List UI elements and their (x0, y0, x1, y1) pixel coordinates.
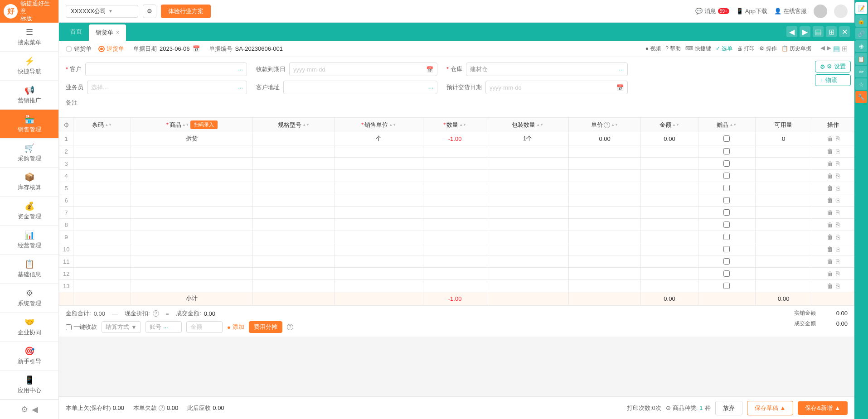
cell-qty-8[interactable] (423, 219, 487, 231)
gift-checkbox-13[interactable] (723, 283, 730, 289)
cell-gift-13[interactable] (698, 280, 755, 292)
qty-sort[interactable]: ▲▼ (459, 123, 466, 127)
copy-icon-10[interactable]: ⎘ (836, 246, 839, 253)
cell-price-8[interactable] (568, 219, 641, 231)
sidebar-item-库存核算[interactable]: 📦库存核算 (0, 168, 58, 197)
right-panel-add-icon[interactable]: ⊕ (855, 40, 867, 52)
cell-unit-8[interactable] (335, 219, 423, 231)
cell-unit-13[interactable] (335, 280, 423, 292)
cell-product-5[interactable] (131, 182, 253, 194)
gift-checkbox-10[interactable] (723, 246, 730, 252)
delete-icon-4[interactable]: 🗑 (827, 172, 833, 179)
cell-pkg-9[interactable] (487, 231, 568, 243)
cell-pkg-3[interactable] (487, 158, 568, 170)
cell-unit-11[interactable] (335, 255, 423, 268)
cell-qty-1[interactable]: -1.00 (423, 132, 487, 145)
sidebar-item-快捷导航[interactable]: ⚡快捷导航 (0, 52, 58, 81)
save-draft-button[interactable]: 保存草稿 ▲ (747, 401, 794, 415)
cell-qty-12[interactable] (423, 268, 487, 280)
delete-icon-3[interactable]: 🗑 (827, 160, 833, 167)
cell-spec-1[interactable] (253, 132, 335, 145)
cell-amount-7[interactable] (641, 207, 698, 219)
sidebar-item-搜索菜单[interactable]: ☰搜索菜单 (0, 23, 58, 52)
cell-unit-4[interactable] (335, 170, 423, 182)
copy-icon-6[interactable]: ⎘ (836, 197, 839, 204)
delete-icon-11[interactable]: 🗑 (827, 258, 833, 265)
cell-gift-4[interactable] (698, 170, 755, 182)
gift-checkbox-7[interactable] (723, 209, 730, 216)
cell-pkg-4[interactable] (487, 170, 568, 182)
fee-split-button[interactable]: 费用分摊 (249, 321, 282, 333)
cell-price-2[interactable] (568, 145, 641, 158)
calc-method-select[interactable]: 结算方式 ▼ (102, 321, 141, 333)
cell-amount-6[interactable] (641, 194, 698, 207)
cell-pkg-2[interactable] (487, 145, 568, 158)
cell-price-7[interactable] (568, 207, 641, 219)
cell-barcode-7[interactable] (73, 207, 131, 219)
delete-icon-6[interactable]: 🗑 (827, 197, 833, 204)
cell-unit-9[interactable] (335, 231, 423, 243)
tab-grid-icon[interactable]: ▤ (813, 26, 824, 37)
cell-barcode-12[interactable] (73, 268, 131, 280)
cell-gift-6[interactable] (698, 194, 755, 207)
save-new-button[interactable]: 保存&新增 ▲ (798, 401, 848, 415)
cell-pkg-11[interactable] (487, 255, 568, 268)
cell-spec-7[interactable] (253, 207, 335, 219)
sidebar-item-系统管理[interactable]: ⚙系统管理 (0, 284, 58, 313)
copy-icon-1[interactable]: ⎘ (836, 135, 839, 142)
cell-amount-11[interactable] (641, 255, 698, 268)
delete-icon-8[interactable]: 🗑 (827, 221, 833, 228)
date-calendar-icon[interactable]: 📅 (193, 45, 200, 52)
barcode-sort[interactable]: ▲▼ (105, 123, 112, 127)
cell-gift-1[interactable] (698, 132, 755, 145)
cell-gift-11[interactable] (698, 255, 755, 268)
return-order-radio[interactable]: 退货单 (98, 45, 124, 53)
gift-checkbox-1[interactable] (723, 135, 730, 142)
gift-checkbox-4[interactable] (723, 173, 730, 179)
cell-unit-2[interactable] (335, 145, 423, 158)
gift-checkbox-9[interactable] (723, 234, 730, 240)
payment-amount-input[interactable]: 金额 (186, 321, 223, 333)
cell-spec-4[interactable] (253, 170, 335, 182)
cell-product-2[interactable] (131, 145, 253, 158)
sidebar-item-基础信息[interactable]: 📋基础信息 (0, 255, 58, 284)
customer-input[interactable]: ··· (85, 63, 247, 76)
salesperson-input[interactable]: 选择... ··· (87, 81, 247, 94)
copy-icon-3[interactable]: ⎘ (836, 160, 839, 167)
setup-button[interactable]: ⚙ ⚙ 设置 (815, 61, 851, 72)
right-panel-clipboard-icon[interactable]: 📋 (855, 53, 867, 65)
column-config-icon[interactable]: ⚙ (63, 121, 69, 129)
right-panel-tool-icon[interactable]: 🔧 (855, 91, 867, 103)
cell-pkg-7[interactable] (487, 207, 568, 219)
cell-gift-5[interactable] (698, 182, 755, 194)
cell-spec-10[interactable] (253, 243, 335, 255)
cell-qty-13[interactable] (423, 280, 487, 292)
cell-barcode-2[interactable] (73, 145, 131, 158)
cell-price-3[interactable] (568, 158, 641, 170)
video-link[interactable]: ● 视频 (645, 45, 661, 53)
right-panel-star-icon[interactable]: ☆ (855, 78, 867, 90)
sidebar-item-新手引导[interactable]: 🎯新手引导 (0, 342, 58, 371)
cell-gift-9[interactable] (698, 231, 755, 243)
spec-sort[interactable]: ▲▼ (302, 123, 310, 127)
cell-amount-9[interactable] (641, 231, 698, 243)
payment-due-calendar[interactable]: 📅 (426, 66, 433, 73)
pkg-sort[interactable]: ▲▼ (536, 123, 543, 127)
cell-amount-3[interactable] (641, 158, 698, 170)
gift-checkbox-2[interactable] (723, 148, 730, 154)
cell-barcode-5[interactable] (73, 182, 131, 194)
trial-button[interactable]: 体验行业方案 (161, 5, 211, 18)
one-key-pay[interactable]: 一键收款 (66, 323, 97, 331)
cell-qty-5[interactable] (423, 182, 487, 194)
cell-product-4[interactable] (131, 170, 253, 182)
cell-barcode-13[interactable] (73, 280, 131, 292)
delivery-date-input[interactable]: yyyy-mm-dd 📅 (485, 81, 628, 94)
cell-spec-9[interactable] (253, 231, 335, 243)
gift-checkbox-5[interactable] (723, 185, 730, 191)
cell-qty-3[interactable] (423, 158, 487, 170)
gift-sort[interactable]: ▲▼ (729, 123, 737, 127)
gift-checkbox-11[interactable] (723, 258, 730, 265)
cell-price-11[interactable] (568, 255, 641, 268)
cell-barcode-11[interactable] (73, 255, 131, 268)
user-avatar[interactable] (814, 5, 827, 18)
